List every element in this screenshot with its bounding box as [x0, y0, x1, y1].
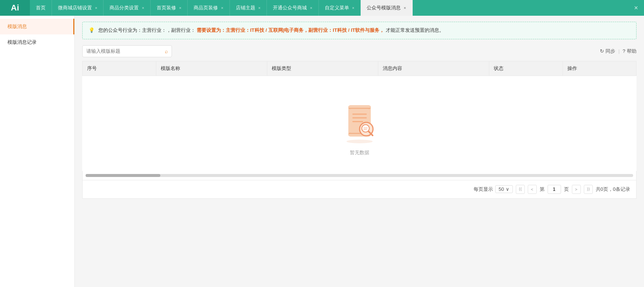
sync-label: 同步: [606, 48, 615, 55]
notice-box: 💡 您的公众号行业为：主营行业：，副营行业： 需要设置为：主营行业：IT科技 /…: [82, 22, 637, 39]
nav-tab-label: 商品分类设置: [110, 4, 139, 11]
nav-tab-close[interactable]: ×: [352, 6, 354, 10]
nav-tab-label: 首页: [36, 4, 46, 11]
table-header-row: 序号模版名称模版类型消息内容状态操作: [83, 61, 637, 76]
svg-point-0: [346, 140, 373, 143]
page-size-value: 50: [499, 186, 504, 192]
page-unit: 页: [564, 186, 569, 193]
main-content: 💡 您的公众号行业为：主营行业：，副营行业： 需要设置为：主营行业：IT科技 /…: [75, 16, 644, 287]
logo: Ai: [0, 0, 30, 16]
nav-tab-label: 店铺主题: [236, 4, 255, 11]
next-page-button[interactable]: >: [572, 185, 581, 194]
sync-button[interactable]: ↻ 同步: [600, 48, 615, 55]
empty-text: 暂无数据: [350, 149, 369, 156]
table-header-cell: 操作: [563, 61, 637, 76]
nav-tab-close[interactable]: ×: [310, 6, 312, 10]
nav-tab-close[interactable]: ×: [404, 6, 406, 10]
nav-tab-close[interactable]: ×: [179, 6, 181, 10]
prev-page-button[interactable]: <: [528, 185, 537, 194]
main-layout: 模版消息模版消息记录 💡 您的公众号行业为：主营行业：，副营行业： 需要设置为：…: [0, 16, 644, 287]
toolbar: ⌕ ↻ 同步 | ? 帮助: [82, 45, 637, 57]
close-all-button[interactable]: ×: [628, 4, 644, 12]
help-button[interactable]: ? 帮助: [623, 48, 637, 55]
chevron-down-icon: ∨: [506, 186, 509, 192]
nav-tab-label: 公众号模版消息: [367, 4, 401, 11]
page-size-dropdown[interactable]: 50 ∨: [495, 185, 512, 193]
empty-state: 暂无数据: [82, 76, 637, 171]
nav-tab-label: 自定义菜单: [325, 4, 349, 11]
table-header-cell: 消息内容: [378, 61, 489, 76]
nav-tab[interactable]: 自定义菜单×: [319, 0, 361, 16]
divider: |: [618, 48, 619, 54]
nav-tab-label: 首页装修: [157, 4, 176, 11]
table-header-cell: 模版名称: [156, 61, 267, 76]
nav-tab[interactable]: 首页: [30, 0, 52, 16]
page-size-select: 每页显示 50 ∨: [474, 185, 512, 193]
help-label: 帮助: [627, 48, 637, 55]
nav-tab-close[interactable]: ×: [221, 6, 223, 10]
data-table: 序号模版名称模版类型消息内容状态操作: [82, 61, 637, 76]
nav-tab[interactable]: 商品分类设置×: [104, 0, 150, 16]
nav-tab-label: 商品页装修: [194, 4, 218, 11]
sidebar: 模版消息模版消息记录: [0, 16, 75, 287]
table-header-cell: 状态: [489, 61, 563, 76]
pagination-bar: 每页显示 50 ∨ ⟨⟨ < 第 页 > ⟩⟩ 共0页，0条记录: [82, 180, 637, 199]
nav-tab-close[interactable]: ×: [142, 6, 144, 10]
help-icon: ?: [623, 48, 625, 54]
notice-suffix: 才能正常发送预置的消息。: [386, 27, 444, 33]
nav-tab[interactable]: 公众号模版消息×: [361, 0, 412, 16]
nav-tab[interactable]: 开通公众号商城×: [267, 0, 318, 16]
table-header-cell: 序号: [83, 61, 156, 76]
nav-tab-close[interactable]: ×: [95, 6, 97, 10]
nav-tabs: 首页微商城店铺设置×商品分类设置×首页装修×商品页装修×店铺主题×开通公众号商城…: [30, 0, 628, 16]
page-input[interactable]: [548, 185, 561, 194]
sidebar-item[interactable]: 模版消息记录: [0, 34, 74, 50]
sidebar-item[interactable]: 模版消息: [0, 19, 74, 34]
search-icon[interactable]: ⌕: [165, 48, 168, 54]
last-page-button[interactable]: ⟩⟩: [584, 185, 593, 194]
nav-tab-label: 微商城店铺设置: [58, 4, 92, 11]
nav-tab[interactable]: 商品页装修×: [188, 0, 229, 16]
nav-tab-close[interactable]: ×: [258, 6, 261, 10]
empty-icon: [337, 98, 382, 143]
nav-tab[interactable]: 微商城店铺设置×: [52, 0, 104, 16]
table-header-cell: 模版类型: [267, 61, 378, 76]
nav-tab[interactable]: 店铺主题×: [230, 0, 267, 16]
page-label: 第: [540, 186, 545, 193]
nav-tab[interactable]: 首页装修×: [151, 0, 188, 16]
notice-icon: 💡: [89, 27, 95, 34]
page-size-label: 每页显示: [474, 186, 493, 193]
sync-icon: ↻: [600, 48, 604, 54]
toolbar-actions: ↻ 同步 | ? 帮助: [600, 48, 637, 55]
first-page-button[interactable]: ⟨⟨: [516, 185, 525, 194]
notice-prefix: 您的公众号行业为：主营行业：，副营行业：: [98, 27, 195, 33]
search-box: ⌕: [82, 45, 172, 57]
search-input[interactable]: [86, 48, 165, 54]
nav-tab-label: 开通公众号商城: [273, 4, 307, 11]
scrollbar-thumb[interactable]: [86, 174, 160, 177]
notice-highlight: 需要设置为：主营行业：IT科技 / 互联网|电子商务，副营行业：IT科技 / I…: [197, 27, 384, 33]
top-navigation: Ai 首页微商城店铺设置×商品分类设置×首页装修×商品页装修×店铺主题×开通公众…: [0, 0, 644, 16]
page-summary: 共0页，0条记录: [596, 186, 630, 193]
horizontal-scrollbar[interactable]: [86, 174, 633, 177]
